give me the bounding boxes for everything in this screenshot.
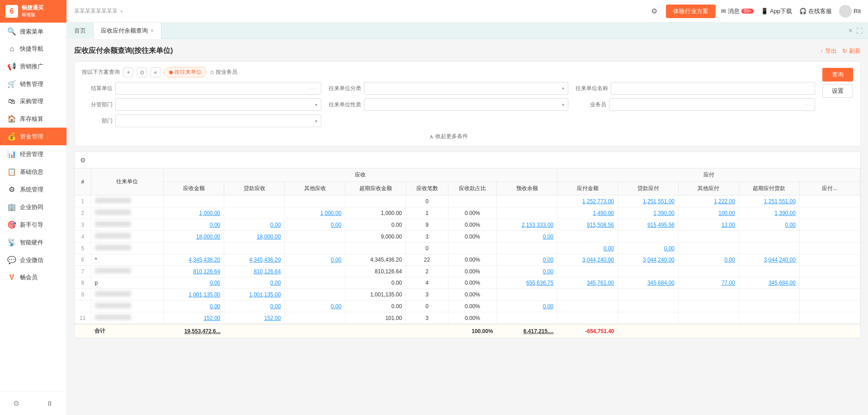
table-cell[interactable]: 0.00: [224, 301, 285, 312]
refresh-button[interactable]: ↻ 刷新: [842, 47, 861, 55]
table-cell[interactable]: 0.00: [679, 254, 739, 266]
table-cell[interactable]: 0.00: [618, 243, 679, 254]
sidebar-item-purchase[interactable]: 🛍 采购管理: [0, 93, 66, 110]
division-input[interactable]: ▾: [115, 98, 321, 111]
table-cell[interactable]: 1,390.00: [739, 207, 799, 219]
table-cell[interactable]: 1,251,551.00: [618, 196, 679, 207]
table-cell[interactable]: 0.00: [224, 219, 285, 231]
tab-ar-ap[interactable]: 应收应付余额查询 ×: [94, 23, 161, 39]
sidebar-item-inventory[interactable]: 🏠 库存核算: [0, 110, 66, 128]
table-cell[interactable]: 3,044,240.00: [739, 254, 799, 266]
table-cell[interactable]: 152.00: [224, 312, 285, 324]
table-cell[interactable]: 1,000.00: [285, 207, 345, 219]
footer-ar-total[interactable]: 19,553,472,6...: [164, 324, 224, 338]
online-service-button[interactable]: 🎧 在线客服: [799, 7, 832, 15]
sidebar-item-search-menu[interactable]: 🔍 搜索菜单: [0, 23, 66, 40]
filter-scheme-unit-btn[interactable]: 按往来单位: [164, 67, 207, 77]
unit-name-input[interactable]: [611, 82, 815, 95]
table-cell[interactable]: 1,001,135.00: [224, 289, 285, 301]
settings-bottom-icon[interactable]: ⚙: [10, 396, 22, 410]
table-cell[interactable]: 1,490.00: [557, 207, 618, 219]
unit-nature-input[interactable]: ▾: [364, 98, 568, 111]
table-cell[interactable]: 0.00: [497, 301, 557, 312]
promo-button[interactable]: 体验行业方案: [666, 5, 716, 18]
table-cell[interactable]: 810,126.64: [164, 266, 224, 277]
sidebar-item-system[interactable]: ⚙ 系统管理: [0, 181, 66, 198]
department-input[interactable]: ▾: [115, 114, 321, 127]
table-cell[interactable]: 18,000.00: [224, 231, 285, 243]
filter-collapse-scheme-icon[interactable]: «: [151, 67, 160, 77]
table-scroll-container[interactable]: # 往来单位 应收 应付 应收金额 贷款应收 其他应收 超期应收金额 应收笔数 …: [75, 168, 860, 338]
filter-scheme-salesperson-btn[interactable]: 按业务员: [210, 68, 237, 76]
table-cell[interactable]: 0.00: [285, 219, 345, 231]
table-cell[interactable]: 0.00: [497, 231, 557, 243]
table-cell[interactable]: 3,044,240.00: [618, 254, 679, 266]
settlement-unit-input[interactable]: ···: [115, 82, 321, 95]
table-cell[interactable]: 0.00: [497, 254, 557, 266]
sidebar-item-smart-hw[interactable]: 📡 智能硬件: [0, 234, 66, 251]
table-cell[interactable]: 100.00: [679, 207, 739, 219]
table-cell[interactable]: 4,345,436.20: [164, 254, 224, 266]
sidebar-item-marketing[interactable]: 📢 营销推广: [0, 57, 66, 75]
table-cell[interactable]: 1,000.00: [164, 207, 224, 219]
app-download-label: App下载: [770, 7, 792, 15]
message-button[interactable]: ✉ 消息 99+: [721, 7, 754, 15]
table-cell[interactable]: 152.00: [164, 312, 224, 324]
filter-add-icon[interactable]: +: [123, 67, 133, 77]
table-cell[interactable]: 1,001,135.00: [164, 289, 224, 301]
salesperson-input[interactable]: ···: [609, 98, 815, 111]
sidebar-item-enterprise[interactable]: 🏢 企业协同: [0, 198, 66, 216]
table-settings-icon[interactable]: ⚙: [80, 157, 86, 164]
table-cell[interactable]: 0.00: [739, 219, 799, 231]
table-cell[interactable]: 4,345,436.20: [224, 254, 285, 266]
export-button[interactable]: ↑ 导出: [821, 47, 837, 55]
table-cell[interactable]: 655,636.75: [497, 277, 557, 289]
query-button[interactable]: 查询: [822, 68, 853, 81]
table-cell: [739, 266, 799, 277]
table-cell[interactable]: 3,044,240.00: [557, 254, 618, 266]
table-cell[interactable]: 2,153,333.00: [497, 219, 557, 231]
tab-home[interactable]: 首页: [67, 23, 94, 39]
table-cell[interactable]: 345,761.00: [557, 277, 618, 289]
header-settings-icon[interactable]: ⚙: [648, 5, 660, 18]
table-cell[interactable]: 1,252,773.00: [557, 196, 618, 207]
table-cell[interactable]: 0.00: [285, 301, 345, 312]
collapse-more-conditions[interactable]: ∧ 收起更多条件: [82, 131, 815, 142]
footer-prepay[interactable]: 6,417,215....: [497, 324, 557, 338]
table-cell[interactable]: 0.00: [164, 277, 224, 289]
tab-close-icon[interactable]: ×: [151, 28, 154, 34]
sidebar-item-guide[interactable]: 🎯 新手引导: [0, 216, 66, 234]
table-cell[interactable]: 1,222.00: [679, 196, 739, 207]
sidebar-item-operations[interactable]: 📊 经营管理: [0, 145, 66, 163]
sidebar-item-member[interactable]: V 畅会员: [0, 269, 66, 286]
table-cell[interactable]: 77.00: [679, 277, 739, 289]
table-cell[interactable]: 1,251,551.00: [739, 196, 799, 207]
settings-button[interactable]: 设置: [822, 84, 853, 98]
user-profile[interactable]: Rit: [839, 5, 861, 18]
table-cell[interactable]: 0.00: [285, 254, 345, 266]
table-cell[interactable]: 0.00: [164, 301, 224, 312]
table-cell[interactable]: 0.00: [497, 266, 557, 277]
tab-maximize-icon[interactable]: ⛶: [856, 27, 863, 34]
filter-config-icon[interactable]: ⊙: [137, 67, 147, 77]
sidebar-item-sales[interactable]: 🛒 销售管理: [0, 75, 66, 93]
sidebar-item-finance[interactable]: 💰 资金管理: [0, 128, 66, 145]
tab-close-window-icon[interactable]: ×: [849, 27, 853, 35]
table-cell[interactable]: 0.00: [557, 243, 618, 254]
collapse-icon[interactable]: ⏸: [43, 397, 56, 410]
table-cell[interactable]: 345,684.00: [618, 277, 679, 289]
table-cell[interactable]: 1,390.00: [618, 207, 679, 219]
table-cell[interactable]: 13.00: [679, 219, 739, 231]
table-cell[interactable]: 18,000.00: [164, 231, 224, 243]
app-download-button[interactable]: 📱 App下载: [761, 7, 792, 15]
sidebar-item-wechat[interactable]: 💬 企业微信: [0, 251, 66, 269]
table-cell[interactable]: 915,508.56: [557, 219, 618, 231]
sidebar-item-quick-nav[interactable]: ⌂ 快捷导航: [0, 40, 66, 57]
table-cell[interactable]: 0.00: [224, 277, 285, 289]
table-cell[interactable]: 915,495.56: [618, 219, 679, 231]
unit-category-input[interactable]: ▾: [364, 82, 568, 95]
table-cell[interactable]: 345,684.00: [739, 277, 799, 289]
table-cell[interactable]: 810,126.64: [224, 266, 285, 277]
table-cell[interactable]: 0.00: [164, 219, 224, 231]
sidebar-item-basic-info[interactable]: 📋 基础信息: [0, 163, 66, 181]
